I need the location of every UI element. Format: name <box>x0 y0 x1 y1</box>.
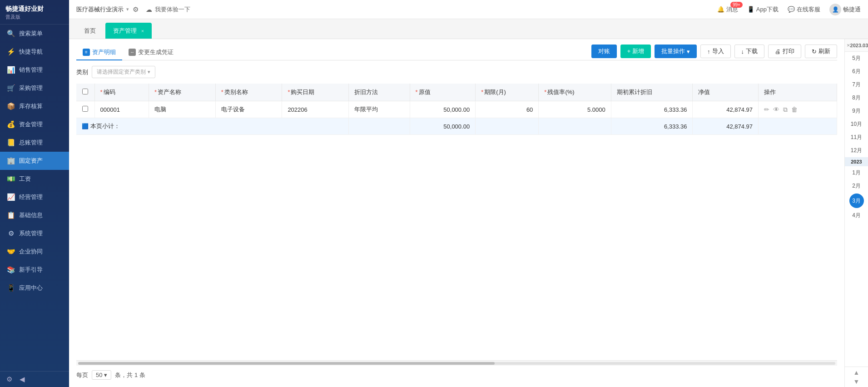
per-page-label: 每页 <box>76 371 88 379</box>
delete-icon[interactable]: 🗑 <box>791 106 798 114</box>
th-actions: 操作 <box>759 84 837 101</box>
notifications-button[interactable]: 🔔 消息 99+ <box>717 5 738 14</box>
month-10[interactable]: 10月 <box>845 118 868 131</box>
filter-chevron-icon: ▾ <box>148 69 150 75</box>
page-tabs: 首页 资产管理 × <box>69 19 868 39</box>
refresh-button[interactable]: ↻ 刷新 <box>805 45 837 58</box>
refresh-icon: ↻ <box>812 48 817 55</box>
table-header-row: *编码 *资产名称 *类别名称 *购买日期 折旧方法 *原值 *期限(月) *残… <box>76 84 837 101</box>
month-6[interactable]: 6月 <box>845 65 868 78</box>
tab-asset-mgmt[interactable]: 资产管理 × <box>105 23 152 39</box>
sidebar-item-cooperation[interactable]: 🤝 企业协同 <box>0 243 69 261</box>
sidebar-item-finance[interactable]: 💰 资金管理 <box>0 115 69 134</box>
horizontal-scrollbar[interactable] <box>76 360 837 366</box>
th-code: *编码 <box>94 84 149 101</box>
sidebar-item-system[interactable]: ⚙ 系统管理 <box>0 224 69 243</box>
month-2023-2[interactable]: 2月 <box>845 179 868 193</box>
settings-gear-icon[interactable]: ⚙ <box>133 5 139 14</box>
fixed-assets-icon: 🏢 <box>6 156 15 165</box>
copy-icon[interactable]: ⧉ <box>783 106 788 114</box>
sidebar-item-quick-nav[interactable]: ⚡ 快捷导航 <box>0 43 69 61</box>
sidebar-item-guide[interactable]: 📚 新手引导 <box>0 261 69 279</box>
chevron-down-icon: ▾ <box>126 6 129 12</box>
page-size-select[interactable]: 50 ▾ <box>92 370 111 380</box>
th-residual-rate: *残值率(%) <box>539 84 611 101</box>
right-panel-close-icon[interactable]: × <box>847 42 850 49</box>
sub-tab-change-voucher[interactable]: ↔ 变更生成凭证 <box>122 45 180 60</box>
download-icon: 📱 <box>747 6 754 13</box>
tab-home[interactable]: 首页 <box>76 23 104 39</box>
edit-icon[interactable]: ✏ <box>764 106 769 114</box>
scrollbar-thumb[interactable] <box>78 362 495 365</box>
service-icon: 💬 <box>788 6 795 13</box>
row-checkbox-cell <box>76 101 94 118</box>
tab-close-icon[interactable]: × <box>141 28 144 34</box>
sidebar-item-payroll[interactable]: 💵 工资 <box>0 170 69 188</box>
th-net-value: 净值 <box>693 84 759 101</box>
filter-left: 类别 请选择固定资产类别 ▾ <box>76 66 155 78</box>
sidebar-item-basic-info[interactable]: 📋 基础信息 <box>0 206 69 224</box>
download-button[interactable]: ↓ 下载 <box>734 45 765 58</box>
cell-category: 电子设备 <box>215 101 282 118</box>
sidebar-item-general-ledger[interactable]: 📒 总账管理 <box>0 134 69 152</box>
batch-ops-button[interactable]: 批量操作 ▾ <box>655 45 697 58</box>
user-menu[interactable]: 👤 畅捷通 <box>829 4 861 15</box>
print-icon: 🖨 <box>775 48 781 55</box>
main-wrapper: 医疗器械行业演示 ▾ ⚙ ☁ 我要体验一下 🔔 消息 99+ 📱 App下载 💬… <box>69 0 868 387</box>
asset-detail-icon: ≡ <box>83 49 90 56</box>
month-2023-1[interactable]: 1月 <box>845 166 868 179</box>
collapse-icon[interactable]: ◀ <box>20 375 25 383</box>
notifications-badge: 99+ <box>730 2 743 8</box>
sidebar-item-sales[interactable]: 📊 销售管理 <box>0 61 69 79</box>
month-2023-3[interactable]: 3月 <box>849 194 864 208</box>
import-button[interactable]: ↑ 导入 <box>700 45 731 58</box>
sidebar-logo: 畅捷通好业财 普及版 <box>0 0 69 25</box>
view-icon[interactable]: 👁 <box>773 106 779 114</box>
th-depreciation-method: 折旧方法 <box>349 84 410 101</box>
row-checkbox[interactable] <box>82 106 88 112</box>
sidebar-item-search[interactable]: 🔍 搜索菜单 <box>0 25 69 43</box>
filter-category-value: 请选择固定资产类别 <box>97 68 146 76</box>
new-button[interactable]: + 新增 <box>620 45 651 58</box>
company-selector[interactable]: 医疗器械行业演示 ▾ <box>76 5 129 14</box>
sub-tab-asset-detail[interactable]: ≡ 资产明细 <box>76 45 122 60</box>
month-7[interactable]: 7月 <box>845 78 868 91</box>
month-5[interactable]: 5月 <box>845 52 868 65</box>
download-doc-icon: ↓ <box>741 48 744 55</box>
guide-icon: 📚 <box>6 265 15 274</box>
month-12[interactable]: 12月 <box>845 144 868 157</box>
month-11[interactable]: 11月 <box>845 131 868 144</box>
sidebar-item-ops-mgmt[interactable]: 📈 经营管理 <box>0 188 69 206</box>
cell-depreciation-method: 年限平均 <box>349 101 410 118</box>
reconcile-button[interactable]: 对账 <box>591 45 617 58</box>
subtotal-original-value: 50,000.00 <box>410 118 476 135</box>
sidebar-item-inventory[interactable]: 📦 库存核算 <box>0 97 69 115</box>
month-9[interactable]: 9月 <box>845 104 868 118</box>
month-8[interactable]: 8月 <box>845 91 868 104</box>
th-name: *资产名称 <box>149 84 215 101</box>
ops-mgmt-icon: 📈 <box>6 193 15 202</box>
month-2023-4[interactable]: 4月 <box>845 209 868 222</box>
panel-down-icon[interactable]: ▼ <box>853 378 860 385</box>
right-panel-year-label: 2023.03 <box>850 43 868 48</box>
cooperation-icon: 🤝 <box>6 247 15 256</box>
app-download-button[interactable]: 📱 App下载 <box>747 5 779 14</box>
cell-actions: ✏ 👁 ⧉ 🗑 <box>759 101 837 118</box>
sales-icon: 📊 <box>6 65 15 74</box>
select-all-checkbox[interactable] <box>82 89 88 94</box>
total-label: 条，共 1 条 <box>115 371 145 379</box>
subtotal-net-value: 42,874.97 <box>693 118 759 135</box>
sidebar-item-fixed-assets[interactable]: 🏢 固定资产 <box>0 152 69 170</box>
sidebar-item-app-center[interactable]: 📱 应用中心 <box>0 279 69 297</box>
print-button[interactable]: 🖨 打印 <box>768 45 801 58</box>
trial-button[interactable]: ☁ 我要体验一下 <box>146 5 190 14</box>
settings-icon[interactable]: ⚙ <box>6 375 12 383</box>
th-category: *类别名称 <box>215 84 282 101</box>
finance-icon: 💰 <box>6 120 15 129</box>
filter-category-select[interactable]: 请选择固定资产类别 ▾ <box>92 66 155 78</box>
sidebar: 畅捷通好业财 普及版 🔍 搜索菜单 ⚡ 快捷导航 📊 销售管理 🛒 采购管理 📦… <box>0 0 69 387</box>
sidebar-item-purchase[interactable]: 🛒 采购管理 <box>0 79 69 97</box>
th-purchase-date: *购买日期 <box>282 84 349 101</box>
panel-up-icon[interactable]: ▲ <box>853 369 860 376</box>
online-service-button[interactable]: 💬 在线客服 <box>788 5 820 14</box>
